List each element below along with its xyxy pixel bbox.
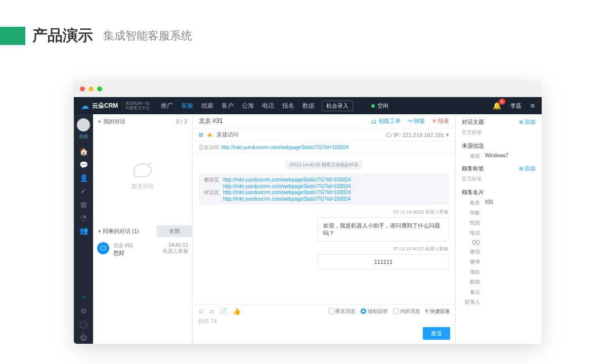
message-input[interactable]	[198, 318, 450, 324]
dialog-link-2[interactable]: http://mkt.yunduocrm.com/webpageStatic/T…	[223, 196, 351, 202]
nav-promo[interactable]: 推广	[161, 102, 173, 110]
access-type: 直接访问	[216, 131, 239, 139]
topic-header: 对话主题	[462, 118, 484, 126]
compose-area: ☺ ▱ 📄 👍 匿名消息 辅助回答 内部消息 ⎘快捷回复 发送	[193, 304, 455, 344]
conversation-column: ▾ 我的对话 0 / 2 暂无对话 ▾同事的对话 (1) 全部 🖵 北京 #31…	[93, 114, 193, 344]
nav-data[interactable]: 数据	[302, 102, 315, 110]
landing-link[interactable]: http://mkt.yunduocrm.com/webpageStatic/T…	[223, 177, 351, 183]
notifications-button[interactable]: 🔔 5	[493, 102, 501, 110]
emoji-icon[interactable]: ☺	[198, 307, 204, 315]
rail-chat-icon[interactable]: 💬	[74, 158, 93, 171]
notif-badge: 5	[499, 99, 505, 105]
avatar[interactable]	[77, 118, 90, 131]
ticket-icon: 🗂	[371, 118, 377, 124]
side-rail: 在线 🏠 💬 👤 ✔ ▦ ◔ 👥 ⌔ ⚙ ◯ ⏻	[74, 114, 93, 344]
accent-bar	[0, 27, 25, 45]
conv-name: 北京 #31	[113, 242, 133, 249]
internal-checkbox[interactable]: 内部消息	[393, 308, 420, 315]
assist-radio[interactable]: 辅助回答	[361, 308, 388, 315]
peer-conv-header: ▾同事的对话 (1) 全部	[93, 224, 192, 238]
thumbs-up-icon[interactable]: 👍	[233, 307, 241, 315]
transfer-button[interactable]: ↪转接	[408, 117, 425, 125]
close-icon: ✕	[432, 118, 436, 124]
rail-gear-icon[interactable]: ⚙	[74, 304, 93, 317]
windows-icon: ⊞	[199, 131, 203, 138]
tags-empty: 暂无标签	[462, 175, 536, 183]
conv-item[interactable]: 🖵 北京 #31 您好 14:41:11 机器人客服	[93, 238, 192, 261]
peer-all-button[interactable]: 全部	[157, 225, 192, 237]
mac-titlebar	[74, 81, 542, 97]
nav-signup[interactable]: 报名	[282, 102, 294, 110]
my-conv-label: 我的对话	[103, 118, 125, 125]
quick-reply-button[interactable]: ⎘快捷回复	[425, 308, 450, 315]
add-topic-button[interactable]: ⊕添加	[519, 118, 536, 126]
visiting-link[interactable]: http://mkt.yunduocrm.com/webpageStatic/T…	[221, 145, 349, 150]
monitor-icon: 🖵	[97, 242, 109, 254]
menu-toggle-icon[interactable]: ≡	[531, 102, 535, 110]
dialog-label: 对话页	[204, 189, 223, 196]
online-status[interactable]: 在线	[79, 133, 88, 140]
msg-meta-1: 07-11 14:40:22 机器人客服	[200, 209, 448, 215]
bot-bubble-2: 111111	[318, 254, 449, 269]
status-text[interactable]: 空闲	[377, 102, 388, 110]
nav-service[interactable]: 客服	[181, 102, 193, 110]
rail-home-icon[interactable]: 🏠	[74, 145, 93, 158]
detail-column: 对话主题 ⊕添加 暂无标签 来源信息 系统Windows7 顾客标签 ⊕添加 暂…	[456, 114, 542, 344]
plus-icon: ⊕	[519, 119, 523, 125]
transfer-icon: ↪	[408, 118, 412, 124]
logo[interactable]: ☁ 云朵CRM 教育机构一站式服务云平台	[81, 101, 150, 111]
quick-icon: ⎘	[425, 308, 428, 314]
send-button[interactable]: 发送	[423, 327, 450, 340]
rail-check-icon[interactable]: ✔	[74, 185, 93, 198]
top-nav: 推广 客服 线索 客户 公海 电话 报名 数据	[161, 102, 315, 110]
chat-header: 北京 #31 🗂创建工单 ↪转接 ✕结束	[193, 114, 455, 128]
empty-chat-icon	[134, 163, 152, 177]
my-conv-header[interactable]: ▾ 我的对话 0 / 2	[93, 114, 192, 128]
nav-public[interactable]: 公海	[242, 102, 254, 110]
status-dot-icon	[371, 104, 375, 108]
cloud-icon: ☁	[81, 101, 89, 111]
sys-val: Windows7	[485, 153, 508, 160]
opportunity-button[interactable]: 机会录入	[322, 101, 353, 111]
logo-text: 云朵CRM	[92, 102, 118, 110]
minimize-icon[interactable]	[89, 86, 94, 92]
end-button[interactable]: ✕结束	[432, 117, 449, 125]
rail-calendar-icon[interactable]: ▦	[74, 198, 93, 211]
slide-header: 产品演示 集成智能客服系统	[0, 0, 612, 61]
tags-header: 顾客标签	[462, 165, 484, 172]
conv-preview: 您好	[113, 249, 133, 257]
chat-column: 北京 #31 🗂创建工单 ↪转接 ✕结束 ⊞ ◉ 直接访问 🖵 IP: 221.…	[193, 114, 456, 344]
rail-power-icon[interactable]: ⏻	[74, 331, 93, 344]
page-info-card: 着陆页http://mkt.yunduocrm.com/webpageStati…	[199, 173, 449, 205]
chat-body: 07/11 14:40:22 顾客主动发起对话 着陆页http://mkt.yu…	[193, 154, 455, 304]
chat-info-bar: ⊞ ◉ 直接访问 🖵 IP: 221.219.162.191 ▾	[193, 128, 455, 142]
create-ticket-button[interactable]: 🗂创建工单	[371, 117, 401, 125]
user-name[interactable]: 李磊	[510, 102, 521, 110]
dialog-link[interactable]: http://mkt.yunduocrm.com/webpageStatic/T…	[223, 190, 351, 195]
rail-pie-icon[interactable]: ◔	[74, 211, 93, 224]
conv-time: 14:41:11	[163, 242, 188, 248]
close-icon[interactable]	[80, 86, 85, 92]
chevron-down-icon[interactable]: ▾	[446, 131, 449, 138]
landing-link-2[interactable]: http://mkt.yunduocrm.com/webpageStatic/T…	[223, 184, 351, 189]
visiting-bar: 正在访问 http://mkt.yunduocrm.com/webpageSta…	[193, 142, 455, 154]
peer-conv-label[interactable]: ▾同事的对话 (1)	[93, 224, 144, 238]
card-header: 顾客名片	[462, 189, 536, 196]
ip-value: 221.219.162.191	[402, 132, 444, 138]
caret-down-icon: ▾	[98, 118, 101, 125]
rail-user-icon[interactable]: 👤	[74, 171, 93, 185]
msg-meta-2: 07-11 14:40:27 机器人客服	[200, 246, 448, 252]
rail-help-icon[interactable]: ◯	[74, 317, 93, 331]
file-icon[interactable]: 📄	[220, 307, 228, 315]
rail-wifi-icon[interactable]: ⌔	[74, 291, 93, 304]
ip-label: IP:	[394, 132, 400, 138]
rail-group-icon[interactable]: 👥	[74, 224, 93, 237]
bot-bubble-1: 欢迎，我是机器人小助手，请问遇到了什么问题吗？	[318, 217, 449, 242]
add-tag-button[interactable]: ⊕添加	[519, 165, 536, 172]
anon-checkbox[interactable]: 匿名消息	[328, 308, 356, 315]
nav-customers[interactable]: 客户	[222, 102, 234, 110]
nav-phone[interactable]: 电话	[262, 102, 274, 110]
maximize-icon[interactable]	[97, 86, 102, 92]
nav-leads[interactable]: 线索	[201, 102, 213, 110]
image-icon[interactable]: ▱	[209, 307, 214, 315]
